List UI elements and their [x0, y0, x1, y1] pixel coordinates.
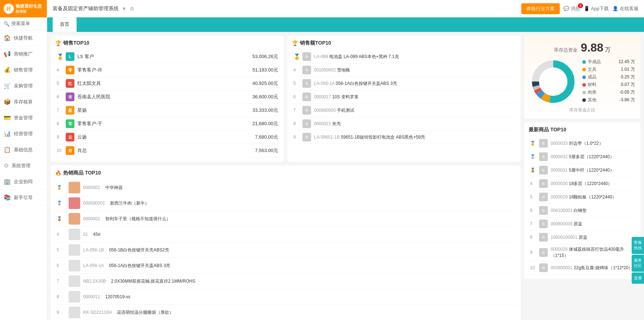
customer-row-5: 5 红 红太阳文具 40,925.00元	[55, 77, 280, 90]
product-thumb-6	[69, 260, 80, 271]
sidebar-item-finance[interactable]: 💳 资金管理	[0, 110, 47, 126]
customer-name-6: 苍南县人民医院	[77, 94, 252, 100]
product-row-5: 5 LA-056-1B 056-1B白色按键开关壳ABS2壳	[55, 242, 516, 258]
top-customers-list: 🥇 L LS 客户 53,006.26元 4 零 零售客户-许 51,183.0…	[55, 50, 280, 157]
phone-icon: 📱	[584, 6, 590, 11]
legend-other: 其他 -3.86 万	[582, 97, 635, 103]
product-sale-avatar-1: G	[302, 52, 311, 61]
newest-products-card: 最新商品 TOP10 🥇 G 0000033 封边带（1.0*22） 🥈 G 0…	[524, 122, 640, 279]
top-products-sales-list: 🥇 G LA-089 电池盖 LA-089 ABS本色+黑种 7.1克 4 G …	[292, 50, 516, 144]
sidebar-item-label: 企业协同	[14, 179, 33, 185]
online-service-button[interactable]: 👤 在线客服	[612, 5, 639, 12]
sidebar-item-sales[interactable]: 💰 销售管理	[0, 62, 47, 78]
float-service-community[interactable]: 服务社区	[632, 255, 644, 272]
sidebar-item-label: 经营管理	[14, 131, 33, 137]
hot-products-title: 🔥热销商品 TOP10	[55, 170, 516, 176]
new-product-avatar-3: G	[539, 166, 548, 175]
inventory-icon: 📦	[4, 98, 11, 105]
new-product-avatar-4: G	[539, 179, 548, 188]
inventory-total: 库存总资金 9.88 万	[530, 41, 635, 54]
legend-dot-5	[582, 91, 586, 94]
product-row-4: 4 01 45#	[55, 227, 516, 242]
float-service-live[interactable]: 直播	[632, 272, 644, 284]
new-product-avatar-9: G	[539, 248, 548, 257]
legend-dot-1	[582, 60, 586, 64]
product-thumb-3	[69, 213, 80, 225]
top-products-sales-card: 🏆销售额TOP10 🥇 G LA-089 电池盖 LA-089 ABS本色+黑种…	[288, 36, 521, 162]
message-icon: 💬	[563, 6, 569, 11]
customer-name-10: 肖总	[77, 147, 255, 154]
inventory-chart-label: 库存资金占比	[530, 107, 635, 113]
sidebar-item-purchase[interactable]: 🛒 采购管理	[0, 78, 47, 94]
product-sale-name-1: LA-089 电池盖 LA-089 ABS本色+黑种 7.1克	[314, 54, 515, 60]
legend-roulei: 肉类 -0.05 万	[582, 89, 635, 95]
legend-dot-6	[582, 98, 586, 102]
message-badge: 6	[578, 3, 583, 8]
right-column: 库存总资金 9.88 万	[524, 36, 640, 316]
customer-row-6: 6 杏 苍南县人民医院 36,600.00元	[55, 90, 280, 104]
product-sale-name-9: LA-59651-1B 59651-1B旋转投影灯电池盒 ABS黑色+58壳	[314, 134, 515, 140]
customer-avatar-4: 零	[66, 66, 74, 74]
product-sale-name-8: 0000021 夹壳	[314, 121, 515, 127]
service-icon: 👤	[612, 6, 618, 11]
new-product-row-5: 5 G 0000029 18颗粒板（1220*2440）	[529, 190, 636, 204]
customer-amount-8: 21,680.00元	[252, 120, 278, 127]
product-sale-avatar-4: G	[302, 66, 311, 74]
sidebar-item-label: 销售管理	[14, 67, 33, 73]
top-customers-title: 🏆销售TOP10	[55, 40, 280, 46]
donut-container: 半成品 12.45 万 文具 1.01 万 成品 0.25 万	[530, 58, 635, 105]
main-wrapper: 装备及固定资产辅助管理系统 ▼ ⚙ 体验行业方案 💬 消息 6 📱 App下载 …	[47, 0, 644, 320]
product-row-8: 8 0000011 12070519-xs	[55, 289, 516, 305]
left-column: 🏆销售TOP10 🥇 L LS 客户 53,006.26元 4 零 零售客户-	[51, 36, 521, 316]
new-product-row-1: 🥇 G 0000033 封边带（1.0*22）	[529, 137, 636, 150]
customer-row-1: 🥇 L LS 客户 53,006.26元	[55, 50, 280, 63]
customer-row-9: 9 云 云扬 7,680.00元	[55, 131, 280, 144]
sidebar-item-guide[interactable]: 📚 新手引导	[0, 190, 47, 206]
customer-amount-5: 40,925.00元	[252, 80, 278, 87]
system-icon: ⚙	[4, 162, 9, 169]
legend-cailiao: 材料 0.07 万	[582, 82, 635, 88]
new-product-avatar-1: G	[539, 139, 548, 148]
customer-row-7: 7 星 星扬 33,333.00元	[55, 104, 280, 117]
product-sale-avatar-9: G	[302, 133, 311, 141]
management-icon: 📊	[4, 130, 11, 137]
new-product-info-2: 0000032 5厘多层（1220*2440）	[551, 154, 635, 160]
sidebar-item-marketing[interactable]: 📢 营销推广	[0, 46, 47, 62]
legend-wenju: 文具 1.01 万	[582, 66, 635, 73]
top-customers-card: 🏆销售TOP10 🥇 L LS 客户 53,006.26元 4 零 零售客户-	[51, 36, 284, 162]
sidebar-item-basic[interactable]: 📋 基础信息	[0, 142, 47, 158]
new-product-row-9: 9 G 0000028 体城荔枝味苏打饮品400毫升（1*15）	[529, 244, 636, 261]
float-service-hotline[interactable]: 客服热线	[632, 237, 644, 254]
tab-home[interactable]: 首页	[53, 17, 77, 32]
sidebar-item-enterprise[interactable]: 🏢 企业协同	[0, 174, 47, 190]
app-download-button[interactable]: 📱 App下载	[584, 5, 609, 12]
customer-avatar-8: 零	[66, 119, 74, 128]
new-product-info-7: 000800008 原盅	[551, 221, 635, 227]
customer-name-9: 云扬	[77, 134, 255, 140]
settings-icon[interactable]: ⚙	[130, 6, 134, 12]
top-products-sales-title: 🏆销售额TOP10	[292, 40, 516, 46]
dropdown-icon[interactable]: ▼	[122, 6, 127, 12]
system-name: 装备及固定资产辅助管理系统 ▼ ⚙	[53, 5, 518, 12]
sidebar-search[interactable]: 🔍 搜索菜单	[0, 17, 47, 30]
experience-button[interactable]: 体验行业方案	[521, 3, 560, 14]
message-button[interactable]: 💬 消息 6	[563, 5, 580, 12]
sidebar-item-system[interactable]: ⚙ 系统管理	[0, 158, 47, 174]
sidebar-logo: 好 畅捷通好生意 标准版	[0, 0, 47, 17]
finance-icon: 💳	[4, 114, 11, 121]
new-product-info-5: 0000029 18颗粒板（1220*2440）	[551, 194, 635, 200]
sidebar-item-label: 营销推广	[14, 51, 33, 57]
product-sale-name-4: 001000002 雪地靴	[314, 67, 515, 73]
home-icon: 🏠	[4, 34, 11, 41]
sidebar-item-inventory[interactable]: 📦 库存核算	[0, 94, 47, 110]
product-row-2: 🥈 000500001 新西兰牛肉（新牛）	[55, 196, 516, 211]
customer-row-8: 8 零 零售客户-于 21,680.00元	[55, 117, 280, 131]
new-product-row-3: 🥉 G 0000031 5厘中纤（1220*2440）	[529, 164, 636, 177]
sidebar-item-home[interactable]: 🏠 快捷导航	[0, 30, 47, 46]
floating-service: 客服热线 服务社区 直播	[632, 237, 644, 284]
sidebar-item-management[interactable]: 📊 经营管理	[0, 126, 47, 142]
legend-dot-4	[582, 83, 586, 87]
new-product-row-10: 10 G 003800001 22g鱼豆腐-烧烤味（1*12*20）	[529, 261, 636, 275]
product-thumb-7	[69, 275, 80, 287]
customer-name-8: 零售客户-于	[77, 120, 252, 127]
